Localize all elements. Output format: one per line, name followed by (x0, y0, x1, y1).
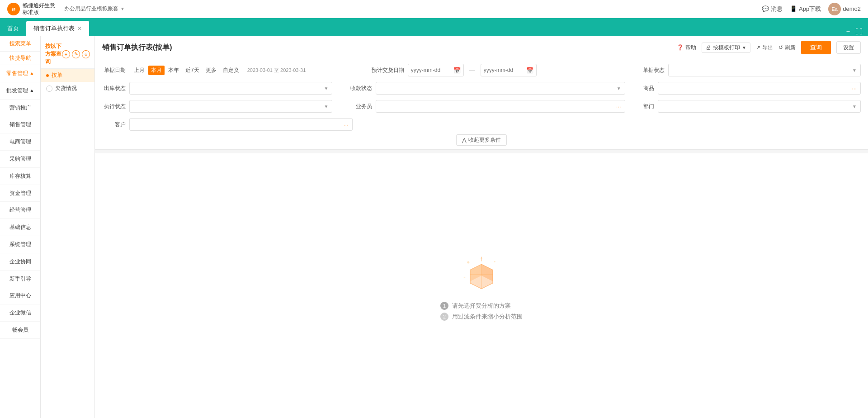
content-with-sub: 按以下方案查询 + ✎ « 按单 欠 (41, 36, 868, 418)
goods-label: 商品 (631, 85, 654, 92)
goods-dots-icon: ··· (852, 85, 857, 92)
status-select[interactable]: ▼ (668, 64, 861, 76)
date-tab-custom[interactable]: 自定义 (220, 66, 242, 75)
user-area[interactable]: Ea demo2 (828, 3, 861, 15)
filter-row-3: 执行状态 ▼ 业务员 ··· (102, 100, 861, 113)
sidebar-finance-label: 资金管理 (9, 190, 31, 197)
help-icon: ❓ (677, 44, 684, 51)
breadcrumb[interactable]: 办公用品行业模拟账套 ▼ (64, 5, 125, 13)
sidebar-item-operation[interactable]: 经营管理 (0, 202, 40, 219)
collapse-arrow-icon: ⋀ (462, 137, 467, 143)
forecast-date-label: 预计交货日期 (372, 66, 404, 74)
svg-point-8 (494, 261, 495, 262)
sidebar-item-marketing[interactable]: 营销推广 (0, 100, 40, 117)
exec-select[interactable]: ▼ (129, 100, 332, 113)
sub-edit-btn[interactable]: ✎ (72, 50, 80, 58)
sidebar-basic-label: 基础信息 (9, 223, 31, 231)
export-label: 导出 (762, 44, 773, 52)
forecast-to-input[interactable] (484, 67, 524, 73)
sidebar-purchase-label: 采购管理 (9, 155, 31, 163)
tip-text-1: 请先选择要分析的方案 (452, 302, 511, 310)
date-tab-last-month[interactable]: 上月 (131, 66, 147, 75)
sub-item-by-order[interactable]: 按单 (41, 69, 94, 82)
empty-tip-2: 2 用过滤条件来缩小分析范围 (440, 313, 523, 321)
sidebar-member-label: 畅会员 (12, 326, 28, 334)
print-btn[interactable]: 🖨 按模板打印 ▼ (702, 43, 750, 53)
sub-item-shortage[interactable]: 欠货情况 (41, 82, 94, 95)
svg-text:好: 好 (11, 8, 16, 12)
collapse-btn[interactable]: ⋀ 收起更多条件 (456, 134, 507, 146)
sidebar-item-system[interactable]: 系统管理 (0, 236, 40, 253)
customer-select[interactable]: ··· (129, 118, 353, 131)
export-btn[interactable]: ↗ 导出 (756, 44, 773, 52)
help-label: 帮助 (685, 44, 696, 52)
svg-point-9 (464, 276, 465, 278)
filter-date: 单据日期 上月 本月 本年 近7天 更多 自定义 2023-03-01 至 20… (102, 66, 366, 75)
dept-select[interactable]: ▼ (658, 100, 861, 113)
forecast-from-input[interactable] (411, 67, 452, 73)
sidebar-item-wholesale[interactable]: 批发管理 ▲ (0, 82, 40, 100)
page-title: 销售订单执行表(按单) (102, 43, 172, 52)
sidebar-nav[interactable]: 快捷导航 (0, 52, 40, 65)
print-label: 按模板打印 (713, 44, 740, 52)
help-btn[interactable]: ❓ 帮助 (677, 44, 696, 52)
date-tab-this-year[interactable]: 本年 (165, 66, 182, 75)
sub-item-dot-icon (46, 74, 49, 77)
sidebar-item-inventory[interactable]: 库存核算 (0, 168, 40, 185)
sub-item-by-order-label: 按单 (52, 71, 62, 79)
outbound-select[interactable]: ▼ (129, 82, 332, 95)
goods-select[interactable]: ··· (658, 82, 861, 95)
avatar: Ea (828, 3, 841, 15)
refresh-btn[interactable]: ↺ 刷新 (778, 44, 796, 52)
sub-collapse-btn[interactable]: « (82, 50, 90, 58)
sidebar-item-retail[interactable]: 零售管理 ▲ (0, 65, 40, 82)
forecast-date-to: 📅 (481, 64, 537, 76)
date-tab-7days[interactable]: 近7天 (183, 66, 202, 75)
sub-sidebar-title: 按以下方案查询 (45, 43, 62, 66)
exec-label: 执行状态 (102, 103, 126, 110)
calendar-from-icon[interactable]: 📅 (453, 67, 461, 74)
filter-goods: 商品 ··· (631, 82, 861, 95)
refresh-label: 刷新 (785, 44, 796, 52)
filter-forecast-date: 预计交货日期 📅 — 📅 (372, 64, 636, 76)
filter-salesperson: 业务员 ··· (349, 100, 625, 113)
tab-sales-order[interactable]: 销售订单执行表 ✕ (26, 21, 89, 36)
tab-close-icon[interactable]: ✕ (77, 25, 82, 32)
collection-select[interactable]: ▼ (376, 82, 625, 95)
sub-item-shortage-icon (46, 86, 52, 92)
app-download-btn[interactable]: 📱 App下载 (790, 5, 821, 13)
sidebar-item-collab[interactable]: 企业协同 (0, 253, 40, 271)
top-header: 好 畅捷通好生意 标准版 办公用品行业模拟账套 ▼ 💬 消息 📱 App下载 E… (0, 0, 868, 18)
sidebar-item-sales-mgmt[interactable]: 销售管理 (0, 116, 40, 133)
svg-point-7 (467, 261, 469, 263)
tab-minimize-icon[interactable]: － (844, 27, 852, 36)
sidebar-item-finance[interactable]: 资金管理 (0, 185, 40, 202)
sidebar-sales-mgmt-label: 销售管理 (9, 121, 31, 128)
sidebar-item-newbie[interactable]: 新手引导 (0, 271, 40, 288)
query-btn[interactable]: 查询 (801, 41, 831, 54)
sidebar-item-wechat[interactable]: 企业微信 (0, 304, 40, 322)
refresh-icon: ↺ (778, 44, 783, 51)
sidebar-item-ecommerce[interactable]: 电商管理 (0, 133, 40, 151)
wholesale-arrow-icon: ▲ (30, 87, 34, 94)
sidebar-item-purchase[interactable]: 采购管理 (0, 151, 40, 168)
sidebar-item-app-center[interactable]: 应用中心 (0, 287, 40, 304)
print-arrow-icon: ▼ (742, 45, 746, 50)
sidebar-item-member[interactable]: 畅会员 (0, 322, 40, 339)
tab-maximize-icon[interactable]: ⛶ (855, 28, 863, 36)
message-btn[interactable]: 💬 消息 (762, 5, 783, 13)
sidebar-search[interactable]: 搜索菜单 (0, 36, 40, 52)
tab-home[interactable]: 首页 (0, 21, 26, 36)
collapse-label: 收起更多条件 (468, 136, 501, 144)
date-tab-more[interactable]: 更多 (203, 66, 219, 75)
sidebar-item-basic[interactable]: 基础信息 (0, 219, 40, 236)
sub-add-btn[interactable]: + (62, 50, 70, 58)
calendar-to-icon[interactable]: 📅 (526, 67, 533, 74)
exec-arrow-icon: ▼ (324, 104, 328, 109)
empty-tip-1: 1 请先选择要分析的方案 (440, 302, 523, 310)
settings-btn[interactable]: 设置 (836, 41, 861, 54)
salesperson-select[interactable]: ··· (376, 100, 625, 113)
filter-exec: 执行状态 ▼ (102, 100, 332, 113)
header-right: 💬 消息 📱 App下载 Ea demo2 (762, 3, 861, 15)
date-tab-this-month[interactable]: 本月 (148, 66, 165, 75)
